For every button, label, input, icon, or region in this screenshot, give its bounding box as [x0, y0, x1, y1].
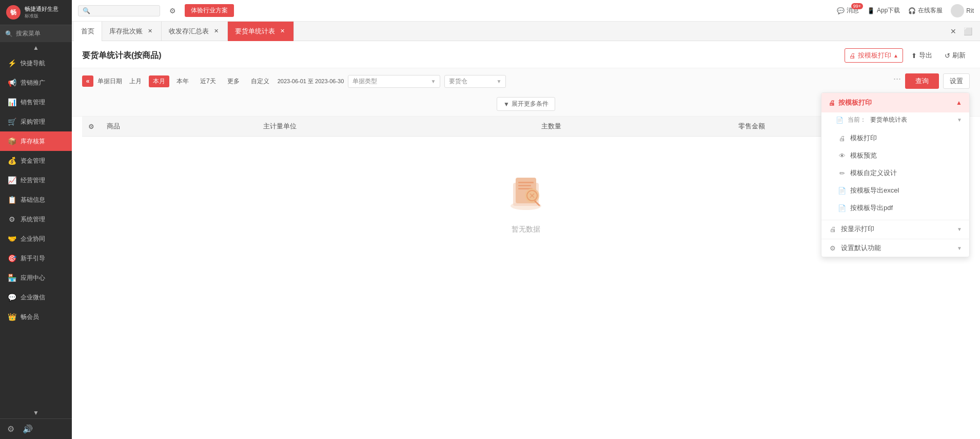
tab-requisition-stats[interactable]: 要货单统计表 ✕	[228, 22, 294, 41]
dropdown-item-template-preview[interactable]: 👁 模板预览	[821, 147, 969, 164]
tab-maximize-btn[interactable]: ⬜	[962, 25, 974, 37]
footer-sound-icon[interactable]: 🔊	[23, 424, 33, 434]
date-btn-custom[interactable]: 自定义	[247, 75, 273, 87]
dropdown-up-arrow[interactable]: ▲	[956, 99, 962, 106]
current-template-icon: 📄	[836, 117, 844, 124]
query-button[interactable]: 查询	[905, 73, 939, 89]
tab-requisition-stats-close[interactable]: ✕	[278, 27, 286, 35]
dropdown-item-label: 按模板导出pdf	[850, 203, 893, 213]
member-icon: 👑	[7, 312, 16, 321]
default-function-icon: ⚙	[829, 244, 837, 252]
current-template-name: 要货单统计表	[870, 116, 907, 124]
topbar-settings-icon[interactable]: ⚙	[165, 4, 180, 18]
main-area: 🔍 ⚙ 体验行业方案 💬 消息 99+ 📱 App下载 🎧 在线客服	[72, 0, 980, 439]
topbar-search-box[interactable]: 🔍	[78, 5, 160, 16]
apps-icon: 🏪	[7, 273, 16, 282]
sidebar-item-inventory[interactable]: 📦 库存核算	[0, 131, 72, 151]
col-quantity-header: 主数量	[535, 117, 732, 137]
tab-inventory-batch[interactable]: 库存批次账 ✕	[102, 22, 162, 41]
tab-receipt-summary-label: 收发存汇总表	[169, 27, 209, 36]
sidebar-item-marketing[interactable]: 📢 营销推广	[0, 73, 72, 92]
col-settings-header[interactable]: ⚙	[82, 117, 101, 137]
trial-button[interactable]: 体验行业方案	[185, 4, 234, 17]
sidebar-item-sales[interactable]: 📊 销售管理	[0, 92, 72, 112]
dropdown-display-print[interactable]: 🖨 按显示打印 ▼	[821, 220, 969, 238]
sidebar-item-finance[interactable]: 💰 资金管理	[0, 151, 72, 170]
expand-icon: ▼	[503, 101, 509, 108]
dropdown-default-function[interactable]: ⚙ 设置默认功能 ▼	[821, 239, 969, 257]
display-print-icon: 🖨	[829, 225, 837, 233]
filter-collapse-btn[interactable]: «	[82, 75, 93, 87]
dropdown-template-items: 🖨 模板打印 👁 模板预览 ✏ 模板自定义设计 📄 按模板导出excel 📄	[821, 127, 969, 219]
export-btn[interactable]: ⬆ 导出	[907, 49, 936, 62]
category-filter-select[interactable]: 要货仓 ▼	[444, 75, 506, 88]
tab-inventory-batch-close[interactable]: ✕	[146, 27, 154, 35]
sidebar-item-apps[interactable]: 🏪 应用中心	[0, 268, 72, 288]
date-btn-this-month[interactable]: 本月	[149, 75, 169, 87]
tab-requisition-stats-label: 要货单统计表	[235, 27, 275, 36]
sidebar-item-label: 系统管理	[21, 215, 45, 224]
type-filter-select[interactable]: 单据类型 ▼	[348, 75, 440, 88]
app-icon: 📱	[867, 7, 875, 14]
date-btn-this-year[interactable]: 本年	[172, 75, 193, 87]
sidebar-scroll-up[interactable]: ▲	[0, 42, 72, 53]
dropdown-item-template-custom[interactable]: ✏ 模板自定义设计	[821, 164, 969, 182]
chevron-down-icon-2: ▼	[496, 79, 501, 84]
online-service-btn[interactable]: 🎧 在线客服	[908, 6, 943, 15]
template-preview-icon: 👁	[838, 151, 846, 160]
date-btn-more[interactable]: 更多	[223, 75, 244, 87]
sidebar-search[interactable]: 🔍 搜索菜单	[0, 25, 72, 42]
date-btn-7days[interactable]: 近7天	[196, 75, 220, 87]
more-options-btn[interactable]: ···	[893, 73, 901, 89]
dropdown-header: 🖨 按模板打印 ▲	[821, 93, 969, 112]
sidebar-scroll-down[interactable]: ▼	[0, 407, 72, 418]
dropdown-item-label: 模板预览	[850, 151, 877, 160]
dropdown-item-template-export-excel[interactable]: 📄 按模板导出excel	[821, 182, 969, 199]
dropdown-item-template-print[interactable]: 🖨 模板打印	[821, 129, 969, 147]
tab-close-window-btn[interactable]: ✕	[947, 25, 959, 37]
page-content: 要货单统计表(按商品) 🖨 按模板打印 ▲ ⬆ 导出 ↺ 刷新	[72, 41, 980, 439]
sidebar-item-label: 采购管理	[21, 118, 45, 126]
page-title: 要货单统计表(按商品)	[82, 50, 162, 61]
sidebar-item-system[interactable]: ⚙ 系统管理	[0, 209, 72, 229]
dropdown-header-right: ▲	[956, 99, 962, 106]
purchase-icon: 🛒	[7, 117, 16, 126]
tab-receipt-summary-close[interactable]: ✕	[212, 27, 220, 35]
wechat-icon: 💬	[7, 293, 16, 302]
system-icon: ⚙	[7, 215, 16, 224]
footer-settings-icon[interactable]: ⚙	[7, 424, 14, 434]
dropdown-expandable-label: 设置默认功能	[841, 243, 881, 253]
messages-btn[interactable]: 💬 消息 99+	[837, 6, 859, 15]
settings-button[interactable]: 设置	[943, 73, 970, 89]
current-template-indicator: 📄 当前： 要货单统计表 ▼	[821, 112, 969, 127]
app-download-btn[interactable]: 📱 App下载	[867, 6, 900, 15]
dropdown-item-label: 按模板导出excel	[850, 186, 899, 195]
sidebar-item-operations[interactable]: 📈 经营管理	[0, 170, 72, 190]
sidebar-item-purchase[interactable]: 🛒 采购管理	[0, 112, 72, 131]
print-dropdown-menu: 🖨 按模板打印 ▲ 📄 当前： 要货单统计表 ▼ 🖨 模板打印	[821, 92, 970, 257]
col-unit-header: 主计量单位	[257, 117, 535, 137]
sidebar-item-member[interactable]: 👑 畅会员	[0, 307, 72, 327]
sidebar-item-guide[interactable]: 🎯 新手引导	[0, 249, 72, 268]
date-filter-group: 单据日期 上月 本月 本年 近7天 更多 自定义	[97, 75, 273, 87]
sidebar-item-wechat[interactable]: 💬 企业微信	[0, 288, 72, 307]
sidebar-item-quick-nav[interactable]: ⚡ 快捷导航	[0, 53, 72, 73]
finance-icon: 💰	[7, 156, 16, 165]
date-btn-prev-month[interactable]: 上月	[125, 75, 146, 87]
tab-home[interactable]: 首页	[74, 22, 102, 41]
print-template-btn[interactable]: 🖨 按模板打印 ▲	[845, 48, 903, 63]
sidebar-item-basic[interactable]: 📋 基础信息	[0, 190, 72, 209]
dropdown-item-template-export-pdf[interactable]: 📄 按模板导出pdf	[821, 199, 969, 217]
topbar-search-input[interactable]	[92, 7, 154, 14]
guide-icon: 🎯	[7, 254, 16, 263]
empty-state-text: 暂无数据	[512, 225, 540, 234]
sales-icon: 📊	[7, 98, 16, 107]
messages-badge: 99+	[851, 3, 863, 9]
expand-conditions-btn[interactable]: ▼ 展开更多条件	[497, 97, 555, 111]
sidebar-item-label: 新手引导	[21, 254, 45, 263]
sidebar-item-enterprise[interactable]: 🤝 企业协同	[0, 229, 72, 249]
refresh-btn[interactable]: ↺ 刷新	[940, 49, 970, 62]
tab-receipt-summary[interactable]: 收发存汇总表 ✕	[162, 22, 228, 41]
user-avatar[interactable]: Rit	[951, 4, 974, 17]
svg-rect-4	[518, 185, 531, 186]
